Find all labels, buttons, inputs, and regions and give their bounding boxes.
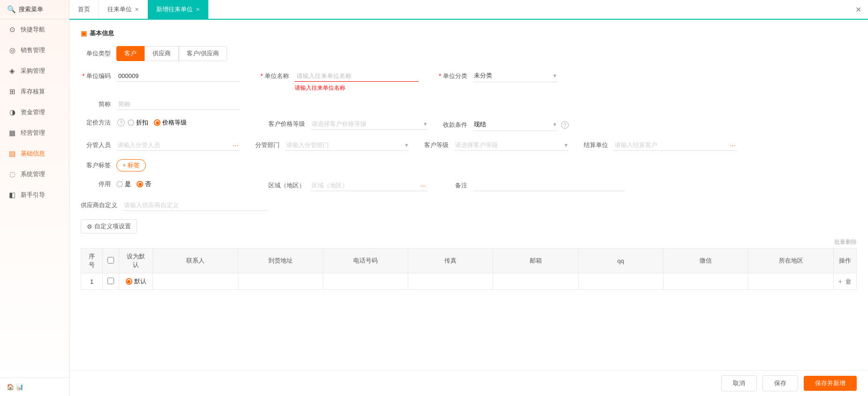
disabled-no-radio[interactable] xyxy=(137,181,143,187)
save-button[interactable]: 保存 xyxy=(762,375,798,391)
default-radio-cell: 默认 xyxy=(124,277,148,286)
payment-label: 收款条件 xyxy=(437,121,470,129)
region-label: 区域（地区） xyxy=(268,181,308,190)
wechat-input[interactable] xyxy=(668,278,743,285)
code-label: 单位编码 xyxy=(81,72,114,80)
customer-level-field: 客户等级 ▼ xyxy=(419,140,569,151)
table-body: 1 默认 xyxy=(81,273,857,290)
tag-add-button[interactable]: + 标签 xyxy=(116,159,146,171)
pricing-help-icon[interactable]: ? xyxy=(117,119,125,126)
save-and-new-button[interactable]: 保存并新增 xyxy=(804,376,857,391)
pricing-option-discount[interactable]: 折扣 xyxy=(128,118,148,127)
tab-new-partner-close[interactable]: ✕ xyxy=(196,7,200,13)
sidebar-item-inventory[interactable]: ⊞ 库存核算 xyxy=(0,81,69,102)
default-radio-item[interactable]: 默认 xyxy=(126,277,146,286)
code-field: 单位编码 xyxy=(81,70,240,82)
th-contact: 联系人 xyxy=(153,248,238,273)
sidebar-item-quick-nav[interactable]: ⊙ 快捷导航 xyxy=(0,19,69,40)
sidebar-item-basics[interactable]: ▤ 基础信息 xyxy=(0,143,69,164)
add-row-button[interactable]: + xyxy=(838,278,842,285)
fax-input[interactable] xyxy=(413,278,488,285)
tab-home[interactable]: 首页 xyxy=(69,0,99,19)
customer-level-arrow[interactable]: ▼ xyxy=(563,142,569,148)
tab-partners-close[interactable]: ✕ xyxy=(135,7,139,13)
section-heading: ▣ 基本信息 xyxy=(81,29,857,38)
sidebar-item-operations[interactable]: ▦ 经营管理 xyxy=(0,123,69,143)
manager-input[interactable] xyxy=(116,140,230,150)
cell-op: + 🗑 xyxy=(833,273,856,290)
disabled-yes-label: 是 xyxy=(125,180,131,188)
sidebar-label-operations: 经营管理 xyxy=(21,129,45,137)
dept-input[interactable] xyxy=(285,140,404,150)
sidebar-label-inventory: 库存核算 xyxy=(21,87,45,96)
remark-input[interactable] xyxy=(473,180,625,191)
disabled-no-item[interactable]: 否 xyxy=(137,180,151,188)
pricing-option-level[interactable]: 价格等级 xyxy=(154,118,187,127)
settle-unit-input[interactable] xyxy=(614,140,728,150)
sidebar-item-finance[interactable]: ◑ 资金管理 xyxy=(0,102,69,123)
sidebar-item-newbie[interactable]: ◧ 新手引导 xyxy=(0,185,69,205)
sidebar-item-purchase[interactable]: ◈ 采购管理 xyxy=(0,61,69,81)
cell-seq: 1 xyxy=(81,273,103,290)
unit-btn-customer[interactable]: 客户 xyxy=(116,46,145,61)
pricing-radio-discount[interactable] xyxy=(128,119,134,126)
dept-arrow[interactable]: ▼ xyxy=(404,142,409,148)
contact-input[interactable] xyxy=(158,278,233,285)
customer-level-input[interactable] xyxy=(454,140,563,150)
tab-partners[interactable]: 往来单位 ✕ xyxy=(99,0,148,19)
phone-input[interactable] xyxy=(328,278,403,285)
customer-price-input[interactable] xyxy=(311,118,423,129)
disabled-yes-radio[interactable] xyxy=(116,181,123,187)
supplier-custom-label: 供应商自定义 xyxy=(81,201,120,210)
sidebar-item-system[interactable]: ◌ 系统管理 xyxy=(0,164,69,185)
pricing-radio-level[interactable] xyxy=(154,119,160,126)
remark-field: 备注 xyxy=(437,180,625,191)
payment-help-icon[interactable]: ? xyxy=(561,121,569,129)
pricing-radio-group: 折扣 价格等级 xyxy=(128,118,187,127)
supplier-custom-input[interactable] xyxy=(123,200,268,210)
row-checkbox[interactable] xyxy=(107,278,114,284)
th-default: 设为默认 xyxy=(119,248,153,273)
contact-table-section: ⚙ 自定义项设置 批量删除 序号 设为默认 联系人 到货地址 电话号码 传真 xyxy=(81,219,857,290)
custom-settings-button[interactable]: ⚙ 自定义项设置 xyxy=(81,219,137,233)
sidebar-item-sales[interactable]: ◎ 销售管理 xyxy=(0,40,69,61)
tab-new-partner[interactable]: 新增往来单位 ✕ xyxy=(148,0,209,19)
name-input[interactable] xyxy=(295,70,419,82)
settle-unit-more-btn[interactable]: ··· xyxy=(728,141,738,149)
customer-price-label: 客户价格等级 xyxy=(268,120,308,128)
select-all-checkbox[interactable] xyxy=(107,257,114,264)
table-header-row: 批量删除 xyxy=(81,238,857,246)
payment-arrow[interactable]: ▼ xyxy=(552,122,557,127)
section-title: 基本信息 xyxy=(90,29,114,38)
region-more-btn[interactable]: ··· xyxy=(418,181,428,189)
sidebar-label-quick-nav: 快捷导航 xyxy=(21,25,45,34)
qq-input[interactable] xyxy=(583,278,658,285)
customer-price-arrow[interactable]: ▼ xyxy=(423,121,428,127)
email-input[interactable] xyxy=(498,278,573,285)
region-input[interactable] xyxy=(311,180,418,191)
default-radio-circle[interactable] xyxy=(126,278,132,285)
tag-btn-label: + 标签 xyxy=(122,161,140,170)
window-close-button[interactable]: ✕ xyxy=(848,0,868,19)
remark-wrap xyxy=(473,180,625,191)
unit-btn-supplier[interactable]: 供应商 xyxy=(145,46,179,61)
region-table-input[interactable] xyxy=(753,278,828,285)
manager-label: 分管人员 xyxy=(81,141,114,149)
address-input[interactable] xyxy=(243,278,318,285)
disabled-field: 停用 是 否 xyxy=(81,180,259,188)
disabled-yes-item[interactable]: 是 xyxy=(116,180,131,188)
remark-label: 备注 xyxy=(437,181,470,190)
code-input[interactable] xyxy=(116,70,240,82)
unit-type-buttons: 客户 供应商 客户/供应商 xyxy=(116,46,227,61)
delete-row-button[interactable]: 🗑 xyxy=(845,278,852,285)
unit-btn-both[interactable]: 客户/供应商 xyxy=(179,46,227,61)
name-field: 单位名称 xyxy=(259,70,419,82)
th-address: 到货地址 xyxy=(238,248,323,273)
batch-delete-button[interactable]: 批量删除 xyxy=(834,238,857,246)
cancel-button[interactable]: 取消 xyxy=(721,375,757,391)
abbr-input[interactable] xyxy=(116,99,240,110)
sidebar-search[interactable]: 🔍 搜索菜单 xyxy=(0,0,69,19)
manager-more-btn[interactable]: ··· xyxy=(230,141,240,149)
category-arrow[interactable]: ▼ xyxy=(552,73,557,78)
unit-type-label: 单位类型 xyxy=(81,49,114,58)
